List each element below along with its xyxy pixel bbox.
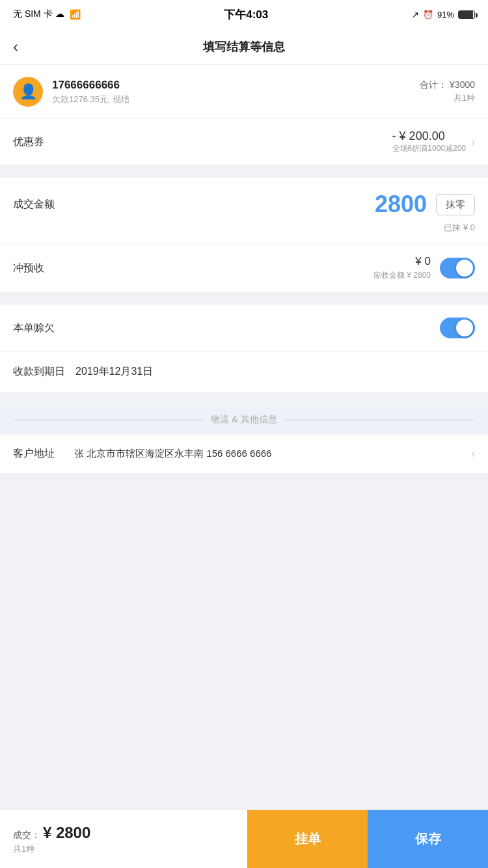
bottom-summary: 成交： ¥ 2800 共1种 [0, 824, 247, 855]
alarm-icon: ⏰ [423, 10, 433, 20]
user-info: 17666666666 欠款1276.35元, 现结 [52, 79, 129, 105]
debt-toggle[interactable] [440, 318, 475, 338]
prepay-row: 冲预收 ¥ 0 应收金额 ¥ 2800 [0, 244, 488, 292]
back-button[interactable]: ‹ [13, 33, 23, 61]
bottom-count: 共1种 [13, 843, 234, 855]
address-chevron-icon: › [471, 447, 475, 461]
debt-row: 本单赊欠 [0, 305, 488, 351]
status-time: 下午4:03 [224, 7, 268, 22]
logistics-line-left [13, 420, 204, 420]
user-info-card: 👤 17666666666 欠款1276.35元, 现结 合计： ¥3000 共… [0, 65, 488, 165]
sim-label: 无 SIM 卡 ☁ [13, 8, 64, 20]
debt-label: 本单赊欠 [13, 321, 55, 335]
chevron-right-icon: › [471, 135, 475, 149]
deal-amount: 2800 [375, 191, 427, 218]
user-right: 合计： ¥3000 共1种 [420, 79, 475, 104]
avatar: 👤 [13, 77, 43, 107]
coupon-amount: - ¥ 200.00 [392, 129, 466, 143]
coupon-info: - ¥ 200.00 全场6折满1000减200 [392, 129, 466, 154]
coupon-right: - ¥ 200.00 全场6折满1000减200 › [392, 129, 475, 154]
address-card: 客户地址 张 北京市市辖区海淀区永丰南 156 6666 6666 › [0, 435, 488, 473]
prepay-info: ¥ 0 应收金额 ¥ 2800 [373, 255, 431, 281]
prepay-sub: 应收金额 ¥ 2800 [373, 270, 431, 281]
due-date-value: 2019年12月31日 [75, 365, 153, 379]
total-label: 合计： ¥3000 [420, 79, 475, 91]
total-amount: ¥3000 [450, 79, 475, 90]
prepay-amount: ¥ 0 [373, 255, 431, 268]
content: 👤 17666666666 欠款1276.35元, 现结 合计： ¥3000 共… [0, 65, 488, 655]
page-title: 填写结算等信息 [203, 39, 285, 55]
address-row[interactable]: 客户地址 张 北京市市辖区海淀区永丰南 156 6666 6666 › [0, 435, 488, 473]
user-left: 👤 17666666666 欠款1276.35元, 现结 [13, 77, 129, 107]
deal-row: 成交金额 2800 抹零 [0, 178, 488, 222]
prepay-toggle[interactable] [440, 258, 475, 278]
bottom-bar: 成交： ¥ 2800 共1种 挂单 保存 [0, 809, 488, 868]
coupon-description: 全场6折满1000减200 [392, 143, 466, 154]
wifi-icon: 📶 [70, 9, 81, 20]
section-divider-2 [0, 298, 488, 305]
address-label: 客户地址 [13, 447, 65, 461]
nav-header: ‹ 填写结算等信息 [0, 29, 488, 65]
section-divider-3 [0, 398, 488, 405]
deal-label: 成交金额 [13, 198, 55, 211]
save-button[interactable]: 保存 [368, 810, 488, 869]
battery-percent: 91% [437, 10, 454, 20]
user-phone: 17666666666 [52, 79, 129, 92]
gray-filler [0, 480, 488, 597]
deal-right: 2800 抹零 [375, 191, 475, 218]
location-icon: ↗ [412, 10, 419, 20]
bottom-amount: ¥ 2800 [43, 824, 90, 841]
prepay-right: ¥ 0 应收金额 ¥ 2800 [373, 255, 475, 281]
bottom-deal-label: 成交： ¥ 2800 [13, 824, 234, 842]
debt-card: 本单赊欠 收款到期日 2019年12月31日 [0, 305, 488, 392]
section-divider-1 [0, 171, 488, 178]
status-left: 无 SIM 卡 ☁ 📶 [13, 8, 81, 20]
logistics-label: 物流 & 其他信息 [211, 414, 277, 426]
status-bar: 无 SIM 卡 ☁ 📶 下午4:03 ↗ ⏰ 91% [0, 0, 488, 29]
battery-fill [459, 11, 473, 18]
prepay-label: 冲预收 [13, 262, 44, 275]
coupon-row[interactable]: 优惠券 - ¥ 200.00 全场6折满1000减200 › [0, 118, 488, 165]
pending-button[interactable]: 挂单 [247, 810, 368, 869]
deal-card: 成交金额 2800 抹零 已抹 ¥ 0 冲预收 ¥ 0 应收金额 ¥ 2800 [0, 178, 488, 292]
due-date-label: 收款到期日 [13, 365, 65, 379]
status-right: ↗ ⏰ 91% [412, 10, 475, 20]
user-row: 👤 17666666666 欠款1276.35元, 现结 合计： ¥3000 共… [0, 65, 488, 118]
total-count: 共1种 [420, 92, 475, 104]
logistics-section-header: 物流 & 其他信息 [0, 405, 488, 435]
round-button[interactable]: 抹零 [436, 194, 475, 215]
user-debt-info: 欠款1276.35元, 现结 [52, 94, 129, 105]
deal-sub: 已抹 ¥ 0 [0, 222, 488, 244]
address-value: 张 北京市市辖区海淀区永丰南 156 6666 6666 [74, 446, 462, 461]
logistics-line-right [284, 420, 475, 420]
due-date-row: 收款到期日 2019年12月31日 [0, 351, 488, 392]
battery-bar [458, 10, 475, 19]
avatar-icon: 👤 [20, 83, 37, 100]
coupon-label: 优惠券 [13, 135, 44, 149]
